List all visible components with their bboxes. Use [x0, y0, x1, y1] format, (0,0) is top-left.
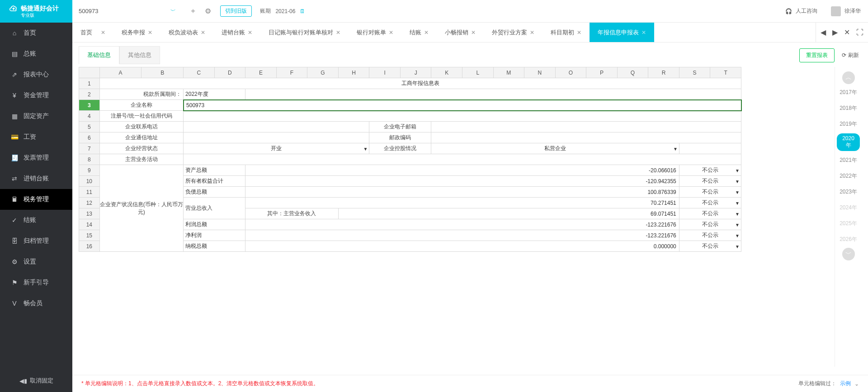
close-icon[interactable]: ✕ — [248, 29, 252, 36]
sidebar-item-guide[interactable]: ⚑新手引导 — [0, 272, 72, 293]
col-header-G[interactable]: G — [307, 67, 339, 78]
row-header-4[interactable]: 4 — [79, 111, 100, 122]
tab-6[interactable]: 结账✕ — [401, 23, 437, 42]
col-header-Q[interactable]: Q — [617, 67, 648, 78]
cell-period-val[interactable]: 2022年度 — [184, 89, 245, 100]
sidebar-item-ledger[interactable]: ▤总账 — [0, 43, 72, 64]
tab-next-icon[interactable]: ▶ — [832, 28, 838, 37]
tab-prev-icon[interactable]: ◀ — [821, 28, 826, 37]
unpin-button[interactable]: ◀▮取消固定 — [0, 369, 72, 392]
cell-r15-dd[interactable]: 不公示▼ — [679, 230, 741, 241]
cell-r12-lbl[interactable]: 营业总收入 — [184, 198, 245, 219]
close-icon[interactable]: ✕ — [424, 29, 429, 36]
col-header-A[interactable]: A — [99, 67, 142, 78]
dropdown-icon[interactable]: ▼ — [735, 222, 740, 227]
dropdown-icon[interactable]: ▼ — [363, 146, 368, 151]
cell-r5-val[interactable] — [184, 122, 369, 132]
help-button[interactable]: 🎧 人工咨询 — [779, 7, 824, 15]
tab-close-all-icon[interactable]: ✕ — [844, 28, 850, 37]
cell-r11-val[interactable]: 100.876339 — [245, 187, 679, 198]
row-header-14[interactable]: 14 — [79, 219, 100, 230]
close-icon[interactable]: ✕ — [471, 29, 476, 36]
cell-r14-val[interactable]: -123.221676 — [245, 219, 679, 230]
col-header-I[interactable]: I — [369, 67, 401, 78]
col-header-H[interactable]: H — [338, 67, 369, 78]
row-header-11[interactable]: 11 — [79, 187, 100, 198]
sidebar-item-report[interactable]: ⇗报表中心 — [0, 64, 72, 85]
cell-r8-lbl[interactable]: 主营业务活动 — [99, 154, 183, 165]
tab-9[interactable]: 科目期初✕ — [542, 23, 590, 42]
row-header-2[interactable]: 2 — [79, 89, 100, 100]
sidebar-item-inout[interactable]: ⇄进销台账 — [0, 168, 72, 189]
refresh-button[interactable]: ⟳ 刷新 — [842, 52, 859, 59]
sheet-title[interactable]: 工商年报信息表 — [99, 78, 741, 89]
cell-r10-val[interactable]: -120.942355 — [245, 176, 679, 187]
cell-r13-sub[interactable]: 其中：主营业务收入 — [245, 208, 339, 219]
old-version-button[interactable]: 切到旧版 — [220, 5, 252, 17]
cell-r14-dd[interactable]: 不公示▼ — [679, 219, 741, 230]
sidebar-item-asset[interactable]: ▦固定资产 — [0, 106, 72, 127]
cell-r6-lbl2[interactable]: 邮政编码 — [369, 132, 431, 143]
spreadsheet[interactable]: ABCDEFGHIJKLMNOPQRST1工商年报信息表2税款所属期间：2022… — [79, 67, 827, 367]
row-header-6[interactable]: 6 — [79, 132, 100, 143]
cell-r10-lbl[interactable]: 所有者权益合计 — [184, 176, 245, 187]
horizontal-scrollbar[interactable] — [79, 368, 862, 375]
row-header-13[interactable]: 13 — [79, 208, 100, 219]
col-header-E[interactable]: E — [245, 67, 277, 78]
plus-icon[interactable]: ＋ — [189, 6, 197, 16]
corner-cell[interactable] — [79, 67, 100, 78]
chevron-down-icon[interactable]: ⌄ — [854, 381, 859, 387]
cell-r4-val[interactable] — [184, 111, 741, 122]
cell-r7-lbl[interactable]: 企业经营状态 — [99, 143, 183, 154]
cell-r4-lbl[interactable]: 注册号/统一社会信用代码 — [99, 111, 183, 122]
sidebar-item-tax[interactable]: 🖩税务管理 — [0, 189, 72, 210]
year-2025年[interactable]: 2025年 — [835, 216, 862, 231]
footer-example-link[interactable]: 示例 — [840, 380, 851, 387]
row-header-7[interactable]: 7 — [79, 143, 100, 154]
row-header-5[interactable]: 5 — [79, 122, 100, 132]
dropdown-icon[interactable]: ▼ — [673, 146, 678, 151]
cell-r9-lbl[interactable]: 资产总额 — [184, 165, 245, 176]
col-header-B[interactable]: B — [142, 67, 184, 78]
sidebar-item-invoice[interactable]: 🧾发票管理 — [0, 147, 72, 168]
cell-r11-dd[interactable]: 不公示▼ — [679, 187, 741, 198]
gear-icon[interactable]: ⚙ — [205, 7, 211, 15]
col-header-N[interactable]: N — [524, 67, 556, 78]
col-header-J[interactable]: J — [400, 67, 431, 78]
row-header-10[interactable]: 10 — [79, 176, 100, 187]
year-2020年[interactable]: 2020年 — [837, 133, 860, 151]
close-icon[interactable]: ✕ — [201, 29, 205, 36]
sidebar-item-fund[interactable]: ¥资金管理 — [0, 85, 72, 106]
year-2026年[interactable]: 2026年 — [835, 232, 862, 247]
cell-r15-lbl[interactable]: 净利润 — [184, 230, 245, 241]
tab-5[interactable]: 银行对账单✕ — [349, 23, 401, 42]
cell-r15-val[interactable]: -123.221676 — [245, 230, 679, 241]
row-header-3[interactable]: 3 — [79, 100, 100, 111]
subtab-1[interactable]: 其他信息 — [119, 46, 160, 64]
period-value[interactable]: 2021-06 — [275, 8, 295, 14]
close-icon[interactable]: ✕ — [336, 29, 340, 36]
year-2022年[interactable]: 2022年 — [835, 169, 862, 184]
subtab-0[interactable]: 基础信息 — [79, 46, 119, 64]
col-header-C[interactable]: C — [184, 67, 215, 78]
calendar-icon[interactable]: 🗓 — [300, 8, 305, 14]
col-header-F[interactable]: F — [276, 67, 307, 78]
close-icon[interactable]: ✕ — [101, 29, 105, 36]
close-icon[interactable]: ✕ — [642, 29, 646, 36]
cell-r7-val2[interactable]: 私营企业▼ — [431, 143, 679, 154]
cell-r13-val[interactable]: 69.071451 — [338, 208, 679, 219]
tab-3[interactable]: 进销台账✕ — [213, 23, 260, 42]
col-header-L[interactable]: L — [462, 67, 493, 78]
row-header-9[interactable]: 9 — [79, 165, 100, 176]
row-header-1[interactable]: 1 — [79, 78, 100, 89]
col-header-O[interactable]: O — [555, 67, 586, 78]
col-header-D[interactable]: D — [214, 67, 245, 78]
cell-period-lbl[interactable]: 税款所属期间： — [99, 89, 183, 100]
close-icon[interactable]: ✕ — [530, 29, 534, 36]
close-icon[interactable]: ✕ — [389, 29, 393, 36]
cell-r6-lbl[interactable]: 企业通信地址 — [99, 132, 183, 143]
cell-block-lbl[interactable]: 企业资产状况信息(币种：人民币万元) — [99, 165, 183, 252]
cell-r5-val2[interactable] — [431, 122, 741, 132]
cell-r8-val[interactable] — [184, 154, 741, 165]
cell-r7-lbl2[interactable]: 企业控股情况 — [369, 143, 431, 154]
